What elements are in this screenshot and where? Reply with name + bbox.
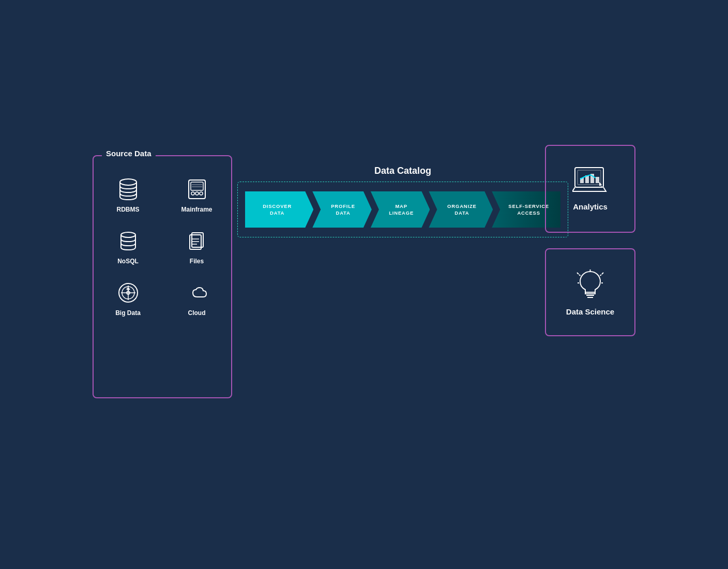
data-catalog-dashed-border: DISCOVER DATA PROFILE DATA MAP LINEAGE O… [237, 182, 568, 237]
source-item-files: Files [170, 229, 223, 265]
source-item-nosql: NoSQL [101, 229, 155, 265]
source-data-label: Source Data [102, 149, 156, 158]
cloud-icon [185, 280, 209, 305]
lightbulb-icon [576, 269, 604, 300]
analytics-box: Analytics [545, 145, 635, 233]
mainframe-icon [185, 177, 209, 202]
data-catalog-title: Data Catalog [237, 166, 568, 176]
source-label-nosql: NoSQL [117, 258, 139, 265]
data-catalog-wrapper: Data Catalog DISCOVER DATA PROFILE DATA [237, 166, 568, 237]
svg-point-8 [121, 232, 135, 237]
svg-line-40 [600, 275, 602, 276]
source-item-bigdata: Big Data [101, 280, 155, 317]
source-item-rdbms: RDBMS [101, 177, 155, 213]
analytics-icon [572, 167, 609, 195]
files-icon [185, 229, 209, 253]
nosql-icon [116, 229, 141, 253]
analytics-label: Analytics [573, 202, 608, 211]
source-label-bigdata: Big Data [115, 309, 141, 317]
svg-line-34 [577, 273, 579, 274]
source-item-mainframe: Mainframe [170, 177, 223, 213]
svg-point-0 [120, 179, 136, 185]
source-item-cloud: Cloud [170, 280, 223, 317]
pipeline-step-organize: ORGANIZE DATA [429, 191, 493, 228]
source-label-mainframe: Mainframe [181, 206, 212, 213]
svg-point-5 [200, 192, 203, 195]
database-icon [116, 177, 141, 202]
svg-line-39 [579, 275, 581, 276]
svg-rect-2 [191, 182, 203, 190]
svg-rect-28 [596, 177, 599, 183]
source-label-cloud: Cloud [188, 309, 206, 317]
source-label-rdbms: RDBMS [117, 206, 140, 213]
svg-point-4 [195, 192, 199, 195]
svg-point-3 [191, 192, 194, 195]
data-science-label: Data Science [566, 307, 614, 316]
data-science-box: Data Science [545, 248, 635, 336]
pipeline-step-discover: DISCOVER DATA [245, 191, 313, 228]
source-label-files: Files [190, 258, 204, 265]
pipeline-step-map: MAP LINEAGE [371, 191, 430, 228]
pipeline-step-profile: PROFILE DATA [312, 191, 372, 228]
svg-line-35 [602, 273, 603, 274]
pipeline: DISCOVER DATA PROFILE DATA MAP LINEAGE O… [245, 191, 560, 228]
source-data-box: Source Data RDBMS [93, 155, 232, 398]
bigdata-icon [116, 280, 141, 305]
